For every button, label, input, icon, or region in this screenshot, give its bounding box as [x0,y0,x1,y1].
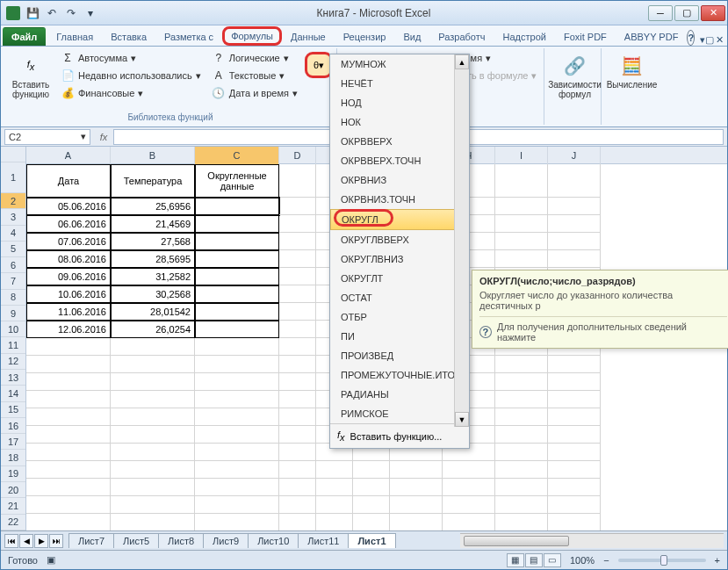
cell[interactable] [316,496,353,514]
cell[interactable] [279,268,316,285]
row-header[interactable]: 16 [1,418,25,434]
col-header-I[interactable]: I [495,147,548,164]
cell[interactable] [195,356,279,373]
cell[interactable] [548,444,601,461]
cell[interactable] [195,338,279,356]
cell[interactable] [279,408,316,426]
tab-abbyy[interactable]: ABBYY PDF [616,27,688,46]
cell[interactable] [353,496,390,514]
cell[interactable] [316,479,353,496]
financial-button[interactable]: 💰Финансовые ▾ [57,85,205,101]
view-normal-icon[interactable]: ▦ [507,553,524,567]
row-header[interactable]: 14 [1,386,25,401]
formula-dependencies-button[interactable]: 🔗 Зависимости формул [551,50,597,101]
zoom-in-icon[interactable]: + [715,555,720,566]
dropdown-item[interactable]: ОКРВНИЗ [330,170,469,190]
row-header[interactable]: 3 [1,209,25,225]
cell[interactable] [495,408,548,426]
cell[interactable] [548,198,601,215]
dropdown-scrollbar[interactable]: ▲ ▼ [454,54,469,427]
cell[interactable] [279,338,316,356]
cell[interactable] [111,338,195,356]
cell[interactable]: 09.06.2016 [26,268,111,285]
cell[interactable] [111,496,195,514]
cell[interactable] [495,514,548,530]
cell[interactable] [111,444,195,461]
row-header[interactable]: 20 [1,482,25,498]
cell[interactable] [279,496,316,514]
sheet-tab[interactable]: Лист10 [248,533,299,548]
cell[interactable]: 30,2568 [111,285,195,303]
col-header-A[interactable]: A [26,147,111,164]
cell[interactable] [195,268,279,285]
dropdown-item[interactable]: РАДИАНЫ [330,385,469,404]
col-header-D[interactable]: D [279,147,316,164]
sheet-nav-last-icon[interactable]: ⏭ [49,534,63,548]
row-header[interactable]: 7 [1,273,25,289]
cell[interactable]: 21,4569 [111,215,195,233]
header-cell[interactable]: Округленные данные [195,164,279,198]
cell[interactable] [495,496,548,514]
tooltip-help[interactable]: ? Для получения дополнительных сведений … [479,316,727,343]
col-header-J[interactable]: J [548,147,601,164]
sheet-tab[interactable]: Лист11 [298,533,349,548]
cell[interactable] [390,496,443,514]
cell[interactable] [279,479,316,496]
cell[interactable] [548,250,601,268]
cell[interactable] [390,461,443,479]
cell[interactable] [316,514,353,530]
maximize-button[interactable]: ▢ [674,5,699,21]
chevron-down-icon[interactable]: ▾ [81,131,86,142]
tab-review[interactable]: Рецензир [335,27,395,46]
h-scrollbar-thumb[interactable] [464,536,569,546]
cell[interactable] [495,426,548,444]
cell[interactable]: 08.06.2016 [26,250,111,268]
dropdown-item[interactable]: ОКРУГЛВВЕРХ [330,230,469,249]
cell[interactable] [548,215,601,233]
qat-more-icon[interactable]: ▾ [82,4,99,22]
sheet-nav-next-icon[interactable]: ▶ [34,534,48,548]
row-header[interactable]: 10 [1,321,25,337]
zoom-slider[interactable] [618,559,706,562]
cell[interactable] [26,444,111,461]
cell[interactable] [279,356,316,373]
cell[interactable] [195,285,279,303]
calculation-button[interactable]: 🧮 Вычисление [609,50,654,91]
name-box[interactable]: C2▾ [4,129,90,145]
cell[interactable] [279,461,316,479]
header-cell[interactable]: Дата [26,164,111,198]
cell[interactable] [195,303,279,321]
insert-function-button[interactable]: fx Вставить функцию [8,50,54,101]
cell[interactable] [495,479,548,496]
row-header[interactable]: 15 [1,402,25,418]
dropdown-item[interactable]: ОКРУГЛ [330,209,469,230]
row-header[interactable]: 19 [1,466,25,482]
dropdown-item[interactable]: ОКРУГЛВНИЗ [330,249,469,269]
sheet-tab[interactable]: Лист9 [203,533,249,548]
cell[interactable] [111,356,195,373]
autosum-button[interactable]: ΣАвтосумма ▾ [57,50,205,66]
dropdown-item[interactable]: ПРОМЕЖУТОЧНЫЕ.ИТОГИ [330,365,469,385]
cell[interactable]: 10.06.2016 [26,285,111,303]
cell[interactable] [548,426,601,444]
dropdown-item[interactable]: НОД [330,93,469,112]
cell[interactable] [390,479,443,496]
cell[interactable] [548,233,601,250]
row-header[interactable]: 8 [1,290,25,306]
col-header-B[interactable]: B [111,147,195,164]
row-header[interactable]: 12 [1,354,25,370]
cell[interactable] [195,426,279,444]
cell[interactable] [195,479,279,496]
dropdown-insert-function[interactable]: fx Вставить функцию... [330,423,469,448]
cell[interactable] [111,514,195,530]
cell[interactable] [26,496,111,514]
view-pagebreak-icon[interactable]: ▭ [544,553,561,567]
cell[interactable] [495,444,548,461]
row-header[interactable]: 4 [1,226,25,242]
tab-foxit[interactable]: Foxit PDF [555,27,616,46]
cell[interactable]: 11.06.2016 [26,303,111,321]
cell[interactable]: 05.06.2016 [26,198,111,215]
cell[interactable] [195,496,279,514]
tab-file[interactable]: Файл [3,27,46,46]
cell[interactable] [495,461,548,479]
